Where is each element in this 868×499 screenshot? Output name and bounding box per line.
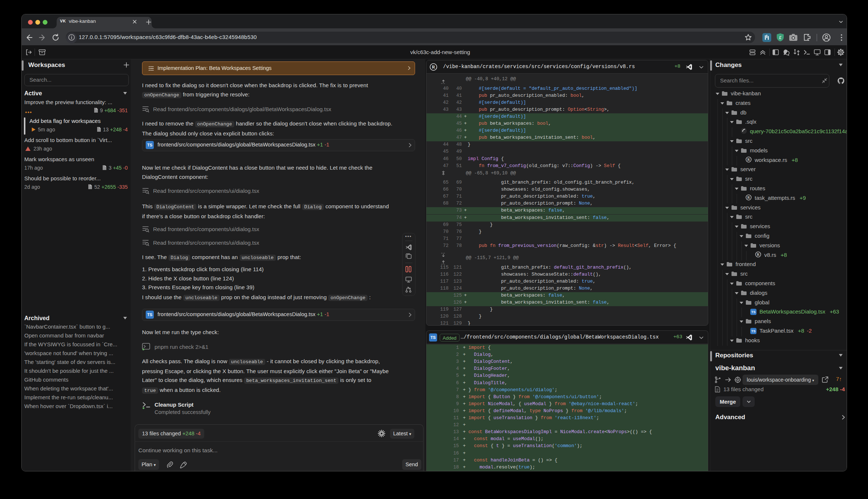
svg-text:R: R	[757, 252, 760, 256]
svg-text:R: R	[432, 64, 435, 70]
svg-text:R: R	[747, 195, 750, 199]
svg-text:R: R	[747, 158, 750, 162]
svg-text:£: £	[779, 35, 782, 40]
